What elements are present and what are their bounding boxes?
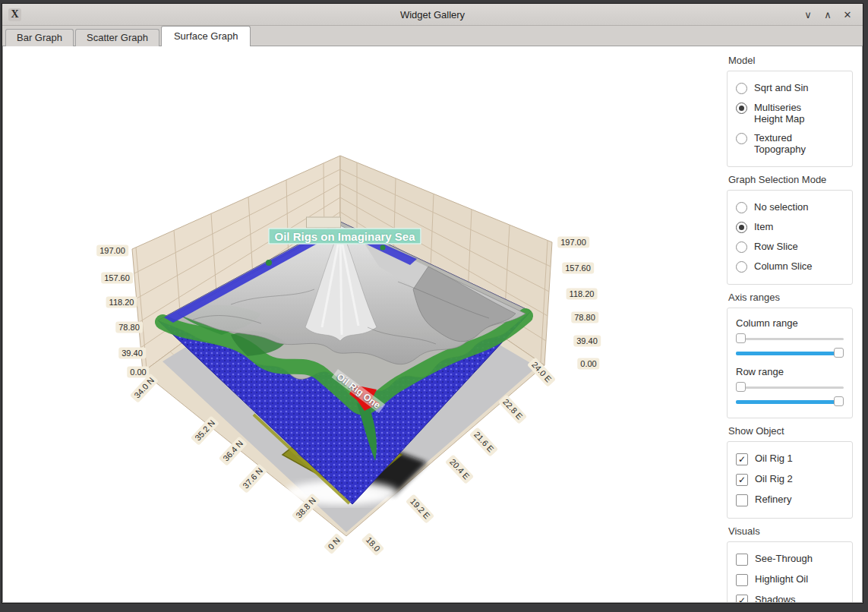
radio-textured-topography[interactable]: Textured Topography: [736, 133, 844, 155]
y-axis-tick-right: 78.80: [571, 312, 598, 323]
checkbox-checked-icon[interactable]: ✓: [736, 453, 748, 465]
radio-no-selection[interactable]: No selection: [736, 202, 844, 213]
y-axis-tick-right: 118.20: [567, 289, 598, 300]
radio-label: Item: [754, 222, 773, 233]
y-axis-tick-right: 0.00: [577, 358, 599, 370]
row-range-max-slider[interactable]: [736, 396, 844, 407]
surface-graph-pane: Oil Rigs on Imaginary Sea Oil Rig One 19…: [2, 46, 863, 603]
y-axis-tick-left: 157.60: [101, 273, 133, 284]
y-axis-tick-left: 78.80: [115, 322, 143, 333]
checkbox-unchecked-icon[interactable]: [736, 494, 748, 506]
checkbox-oil-rig-1[interactable]: ✓ Oil Rig 1: [736, 453, 844, 465]
checkbox-highlight-oil[interactable]: Highlight Oil: [736, 574, 844, 586]
slider-handle[interactable]: [834, 396, 844, 406]
surface-plot-stage[interactable]: Oil Rigs on Imaginary Sea Oil Rig One 19…: [3, 46, 724, 602]
column-range-max-slider[interactable]: [736, 348, 844, 358]
occluded-rig-label: [306, 217, 341, 229]
check-icon: ✓: [738, 595, 746, 603]
checkbox-see-through[interactable]: See-Through: [736, 554, 844, 566]
radio-icon[interactable]: [736, 261, 747, 273]
checkbox-label: Shadows: [755, 595, 795, 603]
checkbox-label: Oil Rig 2: [755, 474, 793, 485]
selection-mode-section-label: Graph Selection Mode: [728, 174, 853, 185]
selection-mode-group: No selection Item Row Slice Column Slice: [727, 190, 853, 285]
visuals-group: See-Through Highlight Oil ✓ Shadows: [727, 541, 853, 603]
slider-groove-filled[interactable]: [736, 400, 844, 404]
radio-icon[interactable]: [736, 133, 747, 144]
checkbox-oil-rig-2[interactable]: ✓ Oil Rig 2: [736, 474, 844, 486]
column-range-block: Column range: [736, 317, 844, 358]
radio-label: Column Slice: [754, 261, 813, 273]
y-axis-tick-right: 197.00: [557, 237, 589, 248]
checkbox-refinery[interactable]: Refinery: [736, 494, 844, 506]
radio-row-slice[interactable]: Row Slice: [736, 241, 844, 253]
tab-scatter-graph[interactable]: Scatter Graph: [75, 29, 159, 46]
close-icon[interactable]: ✕: [840, 7, 855, 22]
radio-icon[interactable]: [736, 202, 747, 213]
minimize-icon[interactable]: ∨: [800, 7, 816, 22]
desktop: X Widget Gallery ∨ ∧ ✕ Bar Graph Scatter…: [0, 0, 868, 612]
checkbox-shadows[interactable]: ✓ Shadows: [736, 595, 844, 603]
green-dot: [266, 260, 272, 266]
radio-label: Row Slice: [754, 241, 798, 253]
maximize-icon[interactable]: ∧: [820, 7, 835, 22]
controls-sidebar: Model Sqrt and Sin Multiseries Height Ma…: [724, 46, 862, 602]
y-axis-tick-left: 197.00: [96, 245, 128, 257]
titlebar: X Widget Gallery ∨ ∧ ✕: [2, 4, 863, 26]
visuals-section-label: Visuals: [728, 525, 853, 537]
column-range-min-slider[interactable]: [736, 333, 844, 344]
row-range-label: Row range: [736, 366, 844, 377]
radio-label: Textured Topography: [754, 133, 830, 155]
tab-bar-graph[interactable]: Bar Graph: [5, 29, 74, 46]
checkbox-checked-icon[interactable]: ✓: [736, 595, 748, 603]
y-axis-tick-right: 39.40: [573, 336, 601, 347]
column-range-label: Column range: [736, 317, 844, 329]
radio-label: No selection: [754, 202, 809, 213]
radio-icon[interactable]: [736, 83, 747, 94]
checkbox-label: Highlight Oil: [755, 574, 808, 585]
y-axis-tick-left: 39.40: [118, 348, 146, 359]
checkbox-label: See-Through: [755, 554, 813, 565]
radio-selected-icon[interactable]: [736, 222, 747, 233]
y-axis-tick-right: 157.60: [562, 263, 594, 274]
radio-multiseries-height-map[interactable]: Multiseries Height Map: [736, 103, 844, 125]
radio-selected-icon[interactable]: [736, 103, 747, 114]
show-object-section-label: Show Object: [728, 425, 853, 437]
checkbox-checked-icon[interactable]: ✓: [736, 474, 748, 486]
slider-groove[interactable]: [736, 338, 844, 340]
tab-surface-graph[interactable]: Surface Graph: [161, 26, 251, 46]
model-group: Sqrt and Sin Multiseries Height Map Text…: [727, 71, 853, 167]
slider-groove-filled[interactable]: [736, 352, 844, 355]
check-icon: ✓: [738, 475, 746, 485]
axis-ranges-section-label: Axis ranges: [728, 292, 853, 303]
widget-gallery-window: X Widget Gallery ∨ ∧ ✕ Bar Graph Scatter…: [2, 4, 863, 603]
row-range-block: Row range: [736, 366, 844, 407]
checkbox-unchecked-icon[interactable]: [736, 554, 748, 566]
radio-label: Sqrt and Sin: [754, 83, 809, 94]
green-dot: [380, 245, 386, 251]
radio-column-slice[interactable]: Column Slice: [736, 261, 844, 273]
surface-plot[interactable]: [3, 46, 724, 602]
y-axis-tick-left: 0.00: [127, 367, 149, 378]
radio-sqrt-and-sin[interactable]: Sqrt and Sin: [736, 83, 844, 94]
slider-handle[interactable]: [834, 348, 844, 358]
model-section-label: Model: [728, 55, 853, 66]
plot-title: Oil Rigs on Imaginary Sea: [268, 229, 421, 244]
checkbox-label: Oil Rig 1: [755, 453, 793, 465]
y-axis-tick-left: 118.20: [106, 297, 137, 308]
slider-handle[interactable]: [736, 333, 746, 343]
slider-handle[interactable]: [736, 382, 746, 392]
window-title: Widget Gallery: [2, 9, 863, 21]
radio-label: Multiseries Height Map: [754, 103, 830, 125]
axis-ranges-group: Column range Row range: [727, 308, 853, 418]
tab-bar: Bar Graph Scatter Graph Surface Graph: [2, 26, 863, 46]
radio-item[interactable]: Item: [736, 222, 844, 233]
slider-groove[interactable]: [736, 386, 844, 389]
check-icon: ✓: [738, 454, 746, 465]
window-controls: ∨ ∧ ✕: [800, 7, 863, 22]
checkbox-label: Refinery: [755, 494, 791, 506]
show-object-group: ✓ Oil Rig 1 ✓ Oil Rig 2 Refinery: [727, 441, 853, 519]
radio-icon[interactable]: [736, 241, 747, 253]
checkbox-unchecked-icon[interactable]: [736, 574, 748, 586]
row-range-min-slider[interactable]: [736, 382, 844, 393]
